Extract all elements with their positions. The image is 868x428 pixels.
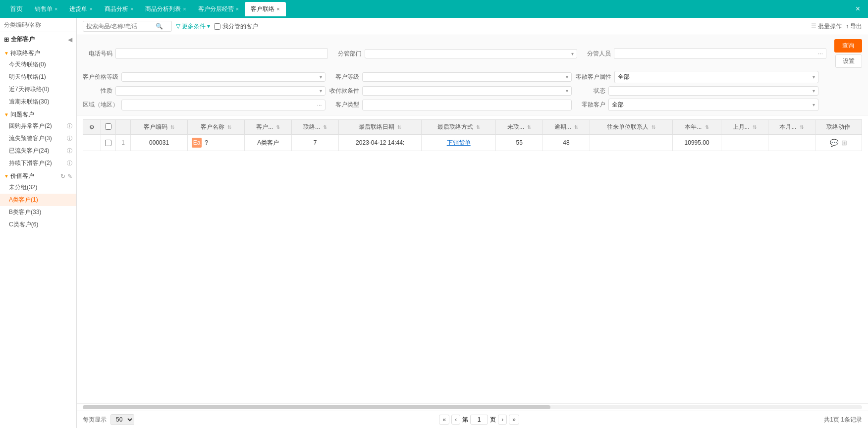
col-unit-contact[interactable]: 往来单位联系人 ⇅ xyxy=(590,120,672,135)
region-select[interactable]: ··· xyxy=(121,100,326,110)
nav-tab-analysis-list[interactable]: 商品分析列表 × xyxy=(139,2,192,16)
sidebar-item-today-pending[interactable]: 今天待联络(0) xyxy=(0,58,76,71)
col-customer-code[interactable]: 客户编码 ⇅ xyxy=(131,120,188,135)
col-index xyxy=(116,120,131,135)
row-last-contact-method-cell: 下销货单 xyxy=(422,135,496,151)
sidebar-item-overdue-pending[interactable]: 逾期未联络(30) xyxy=(0,96,76,108)
row-last-contact-date-cell: 2023-04-12 14:44: xyxy=(339,135,422,151)
customer-grade-select[interactable]: ▾ xyxy=(362,72,572,82)
edit-icon[interactable]: ✎ xyxy=(67,173,72,180)
row-not-contacted-cell: 55 xyxy=(496,135,543,151)
scrollbar-thumb[interactable] xyxy=(83,405,550,409)
col-last-contact-date[interactable]: 最后联络日期 ⇅ xyxy=(339,120,422,135)
person-select[interactable]: ··· xyxy=(614,48,826,59)
first-page-button[interactable]: « xyxy=(439,415,449,425)
close-tab-analysis-list[interactable]: × xyxy=(183,6,186,12)
sort-icon-not-contacted: ⇅ xyxy=(527,124,531,130)
col-this-month[interactable]: 本月... ⇅ xyxy=(768,120,815,135)
retail-attr-select[interactable]: 全部 ▾ xyxy=(614,71,818,83)
close-tab-sales[interactable]: × xyxy=(54,6,57,12)
price-grade-select[interactable]: ▾ xyxy=(121,72,326,82)
row-checkbox[interactable] xyxy=(105,140,111,146)
col-customer-name[interactable]: 客户名称 ⇅ xyxy=(188,120,245,135)
page-size-label: 每页显示 xyxy=(83,416,107,424)
row-this-year-cell: 10995.00 xyxy=(673,135,721,151)
payment-select[interactable]: ▾ xyxy=(362,86,572,96)
sidebar-item-churned[interactable]: 已流失客户(24) ⓘ xyxy=(0,145,76,157)
sidebar-item-class-a[interactable]: A类客户(1) xyxy=(0,194,76,206)
row-this-month-cell xyxy=(768,135,815,151)
col-overdue[interactable]: 逾期... ⇅ xyxy=(543,120,590,135)
qr-icon[interactable]: ⊞ xyxy=(841,139,847,147)
nav-tab-customer-segment[interactable]: 客户分层经营 × xyxy=(192,2,245,16)
prev-page-button[interactable]: ‹ xyxy=(451,415,460,425)
close-tab-purchase[interactable]: × xyxy=(89,6,92,12)
col-last-contact-method[interactable]: 最后联络方式 ⇅ xyxy=(422,120,496,135)
next-page-button[interactable]: › xyxy=(498,415,507,425)
page-number-input[interactable] xyxy=(470,415,488,425)
sidebar-item-class-c[interactable]: C类客户(6) xyxy=(0,218,76,231)
row-overdue-cell: 48 xyxy=(543,135,590,151)
main-search-icon[interactable]: 🔍 xyxy=(156,23,163,30)
col-contact[interactable]: 联络... ⇅ xyxy=(292,120,339,135)
sidebar-item-class-b[interactable]: B类客户(33) xyxy=(0,206,76,218)
nav-tab-sales[interactable]: 销售单 × xyxy=(29,2,63,16)
sidebar-item-churn-warning[interactable]: 流失预警客户(3) ⓘ xyxy=(0,132,76,145)
sort-icon-this-month: ⇅ xyxy=(800,124,804,130)
nav-tab-analysis[interactable]: 商品分析 × xyxy=(99,2,139,16)
nav-tabs: 销售单 × 进货单 × 商品分析 × 商品分析列表 × 客户分层经营 × 客户联… xyxy=(29,2,286,16)
col-not-contacted[interactable]: 未联... ⇅ xyxy=(496,120,543,135)
sidebar-item-7days-pending[interactable]: 近7天待联络(0) xyxy=(0,83,76,96)
close-tab-analysis[interactable]: × xyxy=(130,6,133,12)
more-conditions-button[interactable]: ▽ 更多条件 ▾ xyxy=(176,22,210,31)
status-select[interactable]: ▾ xyxy=(608,86,818,96)
person-label: 分管人员 xyxy=(581,50,611,58)
nature-select[interactable]: ▾ xyxy=(115,86,326,96)
batch-ops-button[interactable]: ☰ 批量操作 xyxy=(811,22,842,31)
col-last-month[interactable]: 上月... ⇅ xyxy=(721,120,768,135)
sidebar-search-input[interactable] xyxy=(4,21,77,28)
window-close-button[interactable]: × xyxy=(852,4,864,13)
refresh-icon[interactable]: ↻ xyxy=(60,173,65,180)
close-tab-customer-segment[interactable]: × xyxy=(236,6,239,12)
row-checkbox-cell xyxy=(101,135,116,151)
my-customers-checkbox-input[interactable] xyxy=(214,23,220,30)
select-all-checkbox[interactable] xyxy=(105,123,111,130)
nature-label: 性质 xyxy=(83,87,112,95)
all-customers-header[interactable]: ⊞ 全部客户 ◀ xyxy=(0,32,76,47)
last-page-button[interactable]: » xyxy=(509,415,519,425)
chat-icon[interactable]: 💬 xyxy=(830,139,838,147)
gear-icon[interactable]: ⚙ xyxy=(89,124,95,131)
horizontal-scrollbar-container xyxy=(77,403,868,411)
nav-tab-customer-contact[interactable]: 客户联络 × xyxy=(245,2,285,16)
customer-grade-arrow: ▾ xyxy=(566,74,568,80)
col-customer-type[interactable]: 客户... ⇅ xyxy=(245,120,292,135)
sort-icon-date: ⇅ xyxy=(397,124,401,130)
close-tab-customer-contact[interactable]: × xyxy=(276,6,279,12)
sidebar-item-tomorrow-pending[interactable]: 明天待联络(1) xyxy=(0,71,76,83)
filter-retail-attr: 零散客户属性 全部 ▾ xyxy=(576,71,818,83)
dept-select[interactable]: ▾ xyxy=(365,49,577,58)
phone-input[interactable] xyxy=(115,48,328,59)
sidebar-item-repurchase-abnormal[interactable]: 回购异常客户(2) ⓘ xyxy=(0,120,76,132)
main-search-input[interactable] xyxy=(86,23,156,30)
customer-type-input[interactable] xyxy=(362,100,572,110)
nav-tab-purchase[interactable]: 进货单 × xyxy=(63,2,98,16)
sidebar-item-ungrouped[interactable]: 未分组(32) xyxy=(0,181,76,194)
sidebar-item-declining[interactable]: 持续下滑客户(2) ⓘ xyxy=(0,157,76,169)
query-button[interactable]: 查询 xyxy=(834,39,862,53)
retail-customer-select[interactable]: 全部 ▾ xyxy=(608,99,818,111)
info-icon-3: ⓘ xyxy=(67,147,72,155)
nav-home[interactable]: 首页 xyxy=(4,1,29,16)
col-settings[interactable]: ⚙ xyxy=(83,120,101,135)
settings-button[interactable]: 设置 xyxy=(835,54,862,68)
info-icon-2: ⓘ xyxy=(67,135,72,142)
page-size-select[interactable]: 50 xyxy=(110,414,134,425)
horizontal-scrollbar[interactable] xyxy=(83,405,862,409)
my-customers-checkbox[interactable]: 我分管的客户 xyxy=(214,22,258,31)
info-icon-1: ⓘ xyxy=(67,122,72,130)
col-this-year[interactable]: 本年... ⇅ xyxy=(673,120,721,135)
col-checkbox xyxy=(101,120,116,135)
person-more-icon: ··· xyxy=(818,50,823,57)
export-button[interactable]: ↑ 导出 xyxy=(846,22,862,31)
